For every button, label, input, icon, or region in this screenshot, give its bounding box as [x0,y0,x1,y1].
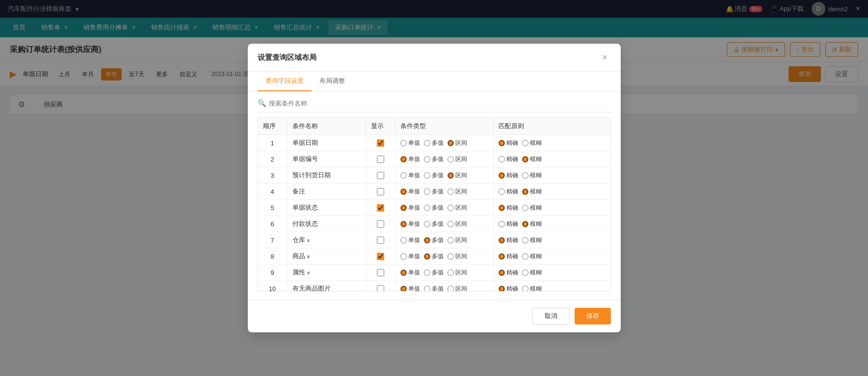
conditions-table: 顺序 条件名称 显示 条件类型 匹配原则 1 单据日期 [258,117,611,123]
col-type: 条件类型 [395,118,494,123]
modal-title: 设置查询区域布局 [258,53,316,62]
modal-header: 设置查询区域布局 × [248,44,621,72]
modal-search-area: 🔍 [258,99,611,112]
search-icon: 🔍 [258,99,266,107]
settings-modal: 设置查询区域布局 × 查询字段设置 布局调整 🔍 顺序 条件名称 [248,44,621,123]
modal-close-button[interactable]: × [599,52,611,63]
col-order: 顺序 [258,118,288,123]
col-name: 条件名称 [288,118,366,123]
table-header-row: 顺序 条件名称 显示 条件类型 匹配原则 [258,117,611,123]
col-display: 显示 [366,118,395,123]
modal-tabs: 查询字段设置 布局调整 [248,72,621,91]
col-match: 匹配原则 [494,118,592,123]
condition-search-input[interactable] [269,100,611,107]
modal-overlay: 设置查询区域布局 × 查询字段设置 布局调整 🔍 顺序 条件名称 [0,0,868,123]
modal-body: 🔍 顺序 条件名称 显示 条件类型 匹配原则 1 单据日期 [248,91,621,123]
tab-query-fields[interactable]: 查询字段设置 [258,72,312,91]
tab-layout[interactable]: 布局调整 [312,72,353,91]
